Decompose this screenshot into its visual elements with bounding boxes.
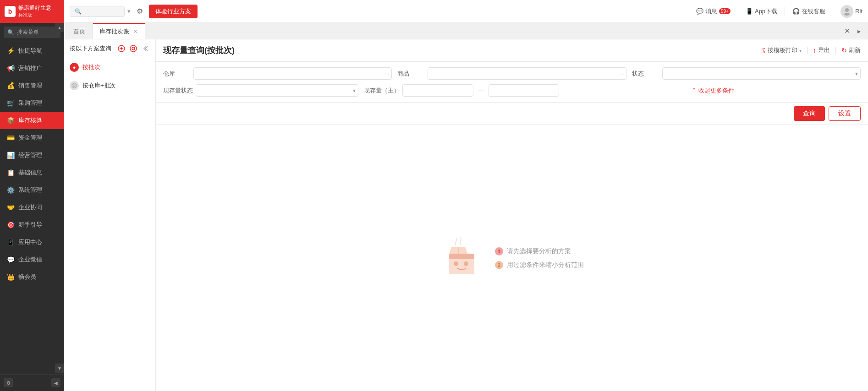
nav-quick[interactable]: ⚡ 快捷导航 (0, 42, 64, 60)
product-input[interactable] (428, 67, 626, 80)
topbar-dropdown-icon[interactable]: ▾ (127, 8, 131, 15)
system-icon: ⚙️ (6, 186, 15, 194)
tab-batch-label: 库存批次账 (99, 27, 129, 36)
collapse-label: 收起更多条件 (698, 87, 734, 95)
experience-btn[interactable]: 体验行业方案 (149, 5, 198, 18)
tab-home[interactable]: 首页 (66, 23, 93, 39)
collapse-sidebar-btn[interactable]: ◀ (51, 378, 60, 387)
svg-point-1 (844, 13, 850, 16)
tip-num-2: 2 (495, 261, 503, 269)
sidebar-search-box[interactable]: 🔍 搜索菜单 (4, 27, 60, 38)
sidebar-search-area[interactable]: 🔍 搜索菜单 (0, 23, 64, 42)
left-panel-actions (117, 44, 150, 53)
filter-row-1: 仓库 ··· 商品 ··· 状态 (163, 67, 861, 80)
nav-app[interactable]: 📱 应用中心 (0, 234, 64, 251)
search-icon: 🔍 (7, 29, 14, 36)
scheme-warehouse-icon (70, 81, 79, 90)
print-btn[interactable]: 🖨 按模板打印 ▾ (759, 46, 802, 54)
inventory-amount-from-input[interactable] (402, 84, 473, 97)
nav-operation[interactable]: 📊 经营管理 (0, 147, 64, 164)
refresh-label: 刷新 (849, 46, 861, 54)
nav-purchase[interactable]: 🛒 采购管理 (0, 94, 64, 112)
scheme-warehouse-batch[interactable]: 按仓库+批次 (64, 76, 155, 95)
status-dropdown-icon[interactable]: ▾ (855, 71, 858, 77)
settings-bottom-btn[interactable]: ⚙ (4, 378, 13, 387)
refresh-btn[interactable]: ↻ 刷新 (841, 46, 861, 54)
empty-state-content: 1 请先选择要分析的方案 2 用过滤条件来缩小分析范围 (440, 235, 584, 281)
nav-wechat[interactable]: 💬 企业微信 (0, 251, 64, 268)
status-label: 状态 (632, 70, 659, 78)
divider3 (833, 7, 833, 16)
settings-scheme-btn[interactable] (129, 44, 138, 53)
inventory-status-input[interactable] (196, 84, 358, 97)
nav-marketing[interactable]: 📢 营销推广 (0, 60, 64, 77)
app-download-label: App下载 (755, 7, 777, 16)
nav-finance[interactable]: 💳 资金管理 (0, 129, 64, 147)
sidebar-scroll-down-btn[interactable]: ▼ (55, 364, 64, 373)
guide-icon: 🎯 (6, 221, 15, 229)
topbar-gear-btn[interactable]: ⚙ (133, 5, 146, 18)
tab-close-btn[interactable]: ✕ (132, 28, 138, 35)
add-scheme-btn[interactable] (117, 44, 126, 53)
topbar-search-box[interactable]: 🔍 (70, 6, 125, 17)
status-field: 状态 ▾ (632, 67, 861, 80)
tab-batch-account[interactable]: 库存批次账 ✕ (93, 23, 145, 39)
collapse-more-btn[interactable]: ⌃ 收起更多条件 (692, 87, 734, 95)
collapse-left-panel-btn[interactable] (141, 44, 150, 53)
headset-icon: 🎧 (792, 8, 800, 15)
close-all-tabs-btn[interactable]: ✕ (841, 26, 852, 37)
nav-quick-label: 快捷导航 (18, 47, 42, 55)
export-btn[interactable]: ↑ 导出 (813, 46, 830, 54)
user-profile-btn[interactable]: Rit (841, 5, 863, 18)
empty-tips: 1 请先选择要分析的方案 2 用过滤条件来缩小分析范围 (495, 247, 584, 269)
nav-member-label: 畅会员 (18, 273, 36, 281)
user-name: Rit (855, 8, 863, 15)
message-btn[interactable]: 💬 消息 99+ (696, 7, 731, 16)
query-btn[interactable]: 查询 (794, 106, 825, 121)
print-label: 按模板打印 (768, 46, 797, 54)
nav-inventory[interactable]: 📦 库存核算 (0, 112, 64, 129)
left-panel-header: 按以下方案查询 (64, 39, 155, 58)
nav-app-label: 应用中心 (18, 238, 42, 246)
tab-more-btn[interactable]: ▸ (853, 26, 864, 37)
nav-basic[interactable]: 📋 基础信息 (0, 164, 64, 181)
online-service-btn[interactable]: 🎧 在线客服 (792, 7, 825, 16)
status-input[interactable] (662, 67, 861, 80)
scheme-batch[interactable]: ● 按批次 (64, 58, 155, 76)
page-header: 现存量查询(按批次) 🖨 按模板打印 ▾ ↑ 导出 ↻ 刷 (156, 39, 868, 62)
app-download-btn[interactable]: 📱 App下载 (746, 7, 777, 16)
topbar-right: 💬 消息 99+ 📱 App下载 🎧 在线客服 Rit (696, 5, 863, 18)
nav-enterprise[interactable]: 🤝 企业协同 (0, 199, 64, 216)
chevron-up-icon: ⌃ (692, 87, 697, 94)
nav-guide[interactable]: 🎯 新手引导 (0, 216, 64, 234)
nav-system[interactable]: ⚙️ 系统管理 (0, 181, 64, 199)
nav-basic-label: 基础信息 (18, 168, 42, 177)
inventory-amount-from-wrapper (402, 84, 473, 97)
brand-name: 畅康通好生意 (18, 5, 51, 12)
sidebar-header: b 畅康通好生意 标准版 (0, 0, 64, 23)
inventory-amount-to-input[interactable] (489, 84, 560, 97)
nav-sales[interactable]: 💰 销售管理 (0, 77, 64, 94)
product-more-icon[interactable]: ··· (619, 71, 624, 77)
nav-member[interactable]: 👑 畅会员 (0, 268, 64, 286)
inv-status-dropdown-icon[interactable]: ▾ (353, 87, 356, 94)
inventory-status-label: 现存量状态 (163, 87, 193, 95)
warehouse-more-icon[interactable]: ··· (385, 71, 389, 77)
product-field: 商品 ··· (397, 67, 626, 80)
svg-rect-10 (449, 254, 474, 259)
divider1 (738, 7, 738, 16)
warehouse-field: 仓库 ··· (163, 67, 392, 80)
nav-operation-label: 经营管理 (18, 151, 42, 159)
tip-text-2: 用过滤条件来缩小分析范围 (507, 261, 584, 269)
settings-btn[interactable]: 设置 (829, 106, 861, 121)
action-divider1 (807, 47, 808, 54)
warehouse-input[interactable] (193, 67, 392, 80)
sidebar-scroll-up-btn[interactable]: ▲ (55, 23, 64, 32)
online-service-label: 在线客服 (802, 7, 825, 16)
inventory-icon: 📦 (6, 116, 15, 125)
print-icon: 🖨 (759, 47, 766, 54)
tabbar: 首页 库存批次账 ✕ ✕ ▸ (64, 23, 868, 39)
filter-section: 仓库 ··· 商品 ··· 状态 (156, 62, 868, 103)
tab-home-label: 首页 (73, 27, 85, 36)
svg-point-12 (464, 261, 468, 266)
